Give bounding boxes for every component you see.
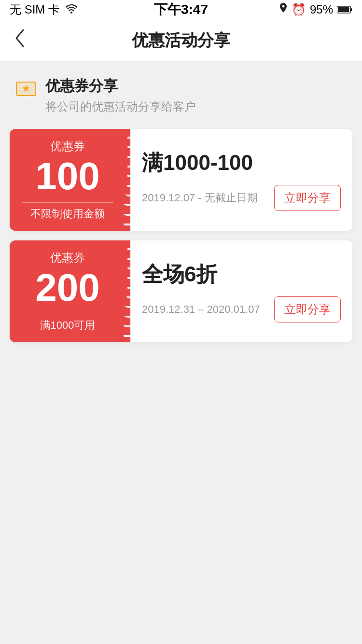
coupon-condition-2: 满1000可用 [40,318,96,333]
status-time: 下午3:47 [154,0,208,19]
coupon-name-1: 满1000-100 [142,149,341,177]
coupon-name-2: 全场6折 [142,260,341,289]
coupon-type-1: 优惠券 [50,139,85,154]
coupon-date-2: 2019.12.31 – 2020.01.07 [142,303,269,316]
battery-icon [337,3,352,16]
coupon-type-2: 优惠券 [50,250,85,266]
alarm-icon: ⏰ [292,3,306,16]
location-icon [279,3,288,16]
coupon-card-2: 优惠券 200 满1000可用 全场6折 2019.12.31 – 2020.0… [10,240,352,342]
back-button[interactable] [14,29,25,52]
section-header: ★ 优惠券分享 将公司的优惠活动分享给客户 [0,62,362,124]
coupon-right-1: 满1000-100 2019.12.07 - 无截止日期 立即分享 [125,129,352,231]
coupon-bottom-row-2: 2019.12.31 – 2020.01.07 立即分享 [142,296,341,322]
status-bar: 无 SIM 卡 下午3:47 ⏰ 95% [0,0,362,19]
share-button-1[interactable]: 立即分享 [274,185,341,211]
coupon-left-1: 优惠券 100 不限制使用金额 [10,129,125,231]
coupon-left-2: 优惠券 200 满1000可用 [10,240,125,342]
coupon-list: 优惠券 100 不限制使用金额 满1000-100 2019.12.07 - 无… [0,124,362,357]
status-right: ⏰ 95% [279,3,352,16]
carrier-text: 无 SIM 卡 [10,2,60,17]
coupon-divider-1 [22,202,112,203]
coupon-condition-1: 不限制使用金额 [30,207,105,221]
section-title: 优惠券分享 [45,76,196,96]
page-title: 优惠活动分享 [132,29,230,52]
wifi-icon [65,3,78,16]
coupon-date-1: 2019.12.07 - 无截止日期 [142,191,269,205]
coupon-card: 优惠券 100 不限制使用金额 满1000-100 2019.12.07 - 无… [10,129,352,231]
svg-rect-2 [338,7,349,12]
battery-text: 95% [310,3,333,16]
nav-bar: 优惠活动分享 [0,19,362,62]
coupon-divider-2 [22,314,112,314]
empty-area [0,357,362,598]
svg-rect-1 [350,8,352,11]
share-button-2[interactable]: 立即分享 [274,296,341,322]
coupon-value-1: 100 [35,157,99,196]
coupon-bottom-row-1: 2019.12.07 - 无截止日期 立即分享 [142,185,341,211]
coupon-share-icon: ★ [14,77,38,100]
section-text: 优惠券分享 将公司的优惠活动分享给客户 [45,76,196,114]
coupon-value-2: 200 [35,268,99,307]
status-left: 无 SIM 卡 [10,2,78,17]
section-subtitle: 将公司的优惠活动分享给客户 [45,99,196,114]
coupon-right-2: 全场6折 2019.12.31 – 2020.01.07 立即分享 [125,240,352,342]
svg-text:★: ★ [22,83,30,94]
